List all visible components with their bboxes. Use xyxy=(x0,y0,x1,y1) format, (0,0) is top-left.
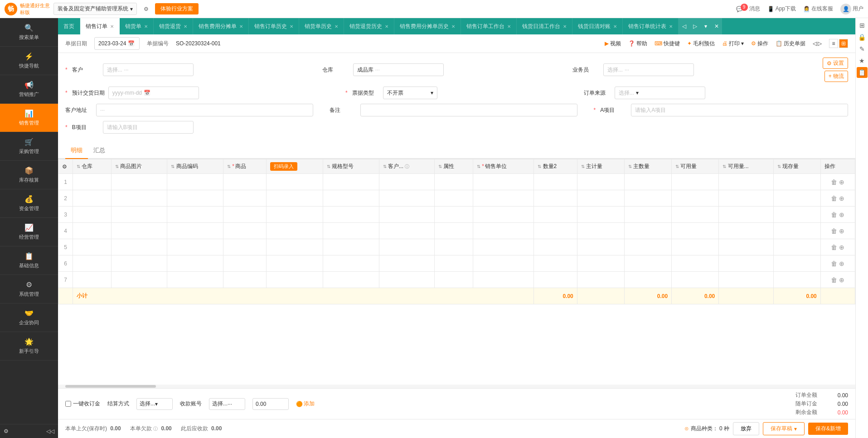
staff-input[interactable]: 选择... ··· xyxy=(603,63,694,76)
add-payment-btn[interactable]: 🟠 添加 xyxy=(296,400,315,408)
detail-tab-summary[interactable]: 汇总 xyxy=(88,143,111,158)
tab-goods-history[interactable]: 销货单历史✕ xyxy=(299,18,344,34)
tab-sales-goods[interactable]: 销货单✕ xyxy=(120,18,154,34)
row-copy-btn[interactable]: ⊕ xyxy=(839,276,844,284)
sidebar-item-operations[interactable]: 📈 经营管理 xyxy=(0,218,58,246)
col-spec[interactable]: ⇅ 规格型号 xyxy=(323,159,379,174)
row-copy-btn[interactable]: ⊕ xyxy=(839,244,844,251)
col-attribute[interactable]: ⇅ 属性 xyxy=(435,159,473,174)
table-container[interactable]: ⚙ ⇅ 仓库 ⇅ 商品图片 ⇅ 商品编码 ⇅ *商品 扫码录入 ⇅ 规格型号 ⇅… xyxy=(58,159,855,388)
settings-icon[interactable]: ⚙ xyxy=(141,4,151,14)
message-icon-item[interactable]: 💬 9 消息 xyxy=(736,5,760,13)
solution-button[interactable]: 体验行业方案 xyxy=(155,3,199,14)
sidebar-item-finance[interactable]: 💰 资金管理 xyxy=(0,189,58,218)
row-copy-btn[interactable]: ⊕ xyxy=(839,211,844,218)
scan-btn[interactable]: 扫码录入 xyxy=(270,162,297,171)
one-click-input[interactable] xyxy=(65,401,71,407)
detail-tab-items[interactable]: 明细 xyxy=(65,143,88,159)
right-tool-5[interactable]: 📋 xyxy=(857,67,868,78)
tabs-nav-next[interactable]: ▷ xyxy=(689,18,700,34)
app-download-item[interactable]: 📱 App下载 xyxy=(767,5,796,13)
toolbar-view[interactable]: ▶ 视频 xyxy=(605,40,621,48)
tabs-nav-prev[interactable]: ◁ xyxy=(679,18,689,34)
sidebar-item-inventory[interactable]: 📦 库存核算 xyxy=(0,161,58,189)
col-unit[interactable]: ⇅ *销售单位 xyxy=(473,159,533,174)
right-tool-1[interactable]: ⊞ xyxy=(857,20,868,31)
system-selector[interactable]: 装备及固定资产辅助管理系统 ▾ xyxy=(53,3,137,15)
nav-prev-icon[interactable]: ◁ xyxy=(813,40,817,47)
receipt-amount-input[interactable]: 0.00 xyxy=(252,398,289,410)
tab-sales-expense[interactable]: 销售费用分摊单✕ xyxy=(193,18,249,34)
a-project-input[interactable]: 请输入A项目 xyxy=(631,104,848,116)
col-qty2[interactable]: ⇅ 数量2 xyxy=(534,159,577,174)
sidebar-item-purchase[interactable]: 🛒 采购管理 xyxy=(0,132,58,161)
sidebar-item-sales[interactable]: 📊 销售管理 xyxy=(0,104,58,132)
sidebar-item-marketing[interactable]: 📢 营销推广 xyxy=(0,75,58,104)
form-view-btn[interactable]: ⊞ xyxy=(839,39,848,48)
date-input[interactable]: 2023-03-24 📅 xyxy=(94,37,140,50)
toolbar-print[interactable]: 🖨 打印 ▾ xyxy=(722,40,744,48)
col-warehouse[interactable]: ⇅ 仓库 xyxy=(73,159,112,174)
tab-sales-order[interactable]: 销售订单✕ xyxy=(80,18,120,34)
order-source-input[interactable]: 选择... ▾ xyxy=(615,87,705,99)
tab-expense-history[interactable]: 销售费用分摊单历史✕ xyxy=(394,18,461,34)
col-main-unit[interactable]: ⇅ 主计量 xyxy=(577,159,624,174)
col-scan[interactable]: 扫码录入 xyxy=(267,159,323,174)
sidebar-item-search[interactable]: 🔍 搜索菜单 xyxy=(0,18,58,47)
col-available2[interactable]: ⇅ 可用量... xyxy=(719,159,773,174)
tabs-more[interactable]: ▾ xyxy=(700,18,711,34)
row-delete-btn[interactable]: 🗑 xyxy=(831,211,837,218)
col-settings[interactable]: ⚙ xyxy=(58,159,73,174)
col-available[interactable]: ⇅ 可用量 xyxy=(672,159,719,174)
sidebar-item-guide[interactable]: 🌟 新手引导 xyxy=(0,332,58,361)
col-product[interactable]: ⇅ *商品 xyxy=(223,159,267,174)
row-delete-btn[interactable]: 🗑 xyxy=(831,178,837,186)
customer-input[interactable]: 选择... ··· xyxy=(103,63,194,76)
right-tool-3[interactable]: ✎ xyxy=(857,43,868,54)
sidebar-item-system[interactable]: ⚙ 系统管理 xyxy=(0,275,58,303)
tab-order-history[interactable]: 销售订单历史✕ xyxy=(249,18,299,34)
row-delete-btn[interactable]: 🗑 xyxy=(831,260,837,267)
sidebar-item-basic-info[interactable]: 📋 基础信息 xyxy=(0,246,58,275)
list-view-btn[interactable]: ≡ xyxy=(829,39,838,48)
scroll-bar-area[interactable] xyxy=(58,385,855,388)
tab-order-workbench[interactable]: 销售订单工作台✕ xyxy=(461,18,517,34)
tab-home[interactable]: 首页 xyxy=(58,18,80,34)
add-material-btn[interactable]: + 物流 xyxy=(824,71,848,82)
toolbar-shortcut[interactable]: ⌨ 快捷键 xyxy=(655,40,680,48)
col-product-code[interactable]: ⇅ 商品编码 xyxy=(167,159,223,174)
row-delete-btn[interactable]: 🗑 xyxy=(831,227,837,235)
nav-next-icon[interactable]: ▷ xyxy=(818,40,822,47)
payment-method-select[interactable]: 选择... ▾ xyxy=(136,398,173,410)
tab-cash-daily[interactable]: 钱货日清工作台✕ xyxy=(517,18,572,34)
receipt-account-select[interactable]: 选择... ··· xyxy=(209,398,245,410)
remarks-input[interactable] xyxy=(360,104,577,116)
save-new-button[interactable]: 保存&新增 xyxy=(808,423,848,435)
toolbar-profit[interactable]: ✦ 毛利预估 xyxy=(687,40,715,48)
row-copy-btn[interactable]: ⊕ xyxy=(839,195,844,202)
row-delete-btn[interactable]: 🗑 xyxy=(831,244,837,251)
row-delete-btn[interactable]: 🗑 xyxy=(831,276,837,284)
row-copy-btn[interactable]: ⊕ xyxy=(839,227,844,235)
discard-button[interactable]: 放弃 xyxy=(733,422,759,435)
tab-sales-return[interactable]: 销货退货✕ xyxy=(154,18,193,34)
sidebar-settings-icon[interactable]: ⚙ xyxy=(4,428,9,434)
tabs-close-all[interactable]: ✕ xyxy=(711,18,722,34)
row-copy-btn[interactable]: ⊕ xyxy=(839,260,844,267)
one-click-checkbox[interactable]: 一键收订金 xyxy=(65,400,100,408)
toolbar-help[interactable]: ❓ 帮助 xyxy=(628,40,647,48)
col-customer-code[interactable]: ⇅ 客户... ⓘ xyxy=(379,159,435,174)
delivery-date-input[interactable]: yyyy-mm-dd 📅 xyxy=(108,87,199,99)
right-tool-2[interactable]: 🔒 xyxy=(857,32,868,43)
sidebar-item-enterprise[interactable]: 🤝 企业协同 xyxy=(0,303,58,332)
user-avatar[interactable]: 👤 用户 xyxy=(840,4,863,14)
online-support-item[interactable]: 👩‍💼 在线客服 xyxy=(803,5,833,13)
col-product-image[interactable]: ⇅ 商品图片 xyxy=(111,159,167,174)
warehouse-input[interactable]: 成品库 ··· xyxy=(353,63,444,76)
settings-btn[interactable]: ⚙ 设置 xyxy=(823,58,848,69)
tab-order-stats[interactable]: 销售订单统计表✕ xyxy=(623,18,679,34)
invoice-type-select[interactable]: 不开票 ▾ xyxy=(383,87,437,99)
sidebar-collapse-icon[interactable]: ◁◁ xyxy=(46,428,54,434)
sidebar-item-shortcut[interactable]: ⚡ 快捷导航 xyxy=(0,47,58,75)
col-main-qty[interactable]: ⇅ 主数量 xyxy=(624,159,671,174)
